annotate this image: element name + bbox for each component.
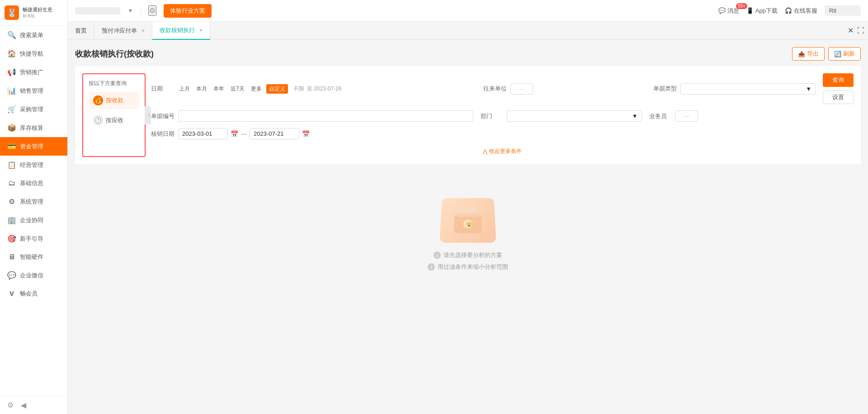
tab-close-btn[interactable]: ✕ <box>848 26 854 35</box>
tabbar: 首页 预付冲应付单 × 收款核销执行 × ✕ ⛶ <box>68 22 868 40</box>
topbar-brand <box>75 7 120 14</box>
topbar-app-download[interactable]: 📱 App下载 <box>746 7 778 15</box>
wechat-icon: 💬 <box>7 271 16 280</box>
dept-label: 部门 <box>481 112 503 120</box>
doc-type-label: 单据类型 <box>653 85 677 93</box>
staff-input[interactable]: ··· <box>675 110 698 122</box>
sidebar-item-operation[interactable]: 📋 经营管理 <box>0 156 67 174</box>
sidebar-item-collab[interactable]: 🏢 企业协同 <box>0 211 67 229</box>
date-btn-this-month[interactable]: 本月 <box>194 84 209 94</box>
sidebar-item-marketing[interactable]: 📢 营销推广 <box>0 63 67 81</box>
topbar-gear-btn[interactable]: ⚙ <box>148 5 156 16</box>
doc-type-select[interactable]: ▼ <box>680 83 816 95</box>
tab-close-collection[interactable]: × <box>199 27 203 33</box>
tab-close-prepay[interactable]: × <box>142 28 145 34</box>
operation-icon: 📋 <box>7 161 16 169</box>
home-icon: 🏠 <box>7 49 16 58</box>
filter-group-doc-type: 单据类型 ▼ <box>653 83 816 95</box>
collab-icon: 🏢 <box>7 216 16 224</box>
collapse-more-icon: ⋀ <box>483 148 487 155</box>
staff-label: 业务员 <box>649 112 672 120</box>
sidebar-item-finance[interactable]: 💳 资金管理 <box>0 137 67 156</box>
filter-panel-collapse-btn[interactable]: 《 <box>145 106 151 124</box>
cancel-date-end-icon[interactable]: 📅 <box>302 130 310 138</box>
tab-home[interactable]: 首页 <box>68 22 94 39</box>
dept-select[interactable]: ▼ <box>507 110 642 122</box>
tab-prepay[interactable]: 预付冲应付单 × <box>94 22 152 39</box>
topbar-user[interactable]: Rit <box>825 5 861 16</box>
inventory-icon: 📦 <box>7 124 16 132</box>
refresh-icon: 🔄 <box>834 51 841 57</box>
sales-icon: 📊 <box>7 86 16 95</box>
filter-row-3: 核销日期 📅 — 📅 <box>151 128 854 139</box>
filter-group-date: 日期 上月 本月 本年 近7天 更多 自定义 不限 至 2023-07-26 <box>151 84 476 94</box>
sidebar-logo: 🐰 畅捷通好生意 标准版 <box>0 0 67 26</box>
member-icon: V <box>7 290 16 297</box>
setting-btn[interactable]: 设置 <box>823 90 854 104</box>
filter-option-collection[interactable]: 💰 按收款 <box>89 92 139 109</box>
filter-row-1: 日期 上月 本月 本年 近7天 更多 自定义 不限 至 2023-07-26 <box>151 73 854 104</box>
collection-option-icon: 💰 <box>93 95 103 105</box>
query-btn[interactable]: 查询 <box>823 73 854 87</box>
filter-group-staff: 业务员 ··· <box>649 110 811 122</box>
cancel-date-start-icon[interactable]: 📅 <box>231 130 238 138</box>
page-title: 收款核销执行(按收款) <box>75 48 154 59</box>
filter-panel-title: 按以下方案查询 <box>89 80 139 87</box>
collapse-sidebar-icon[interactable]: ◀ <box>21 401 26 409</box>
cancel-date-range: 📅 — 📅 <box>178 128 310 139</box>
sidebar-item-basic[interactable]: 🗂 基础信息 <box>0 174 67 192</box>
date-btn-last-month[interactable]: 上月 <box>177 84 192 94</box>
sidebar-item-member[interactable]: V 畅会员 <box>0 285 67 303</box>
topbar-online-service[interactable]: 🎧 在线客服 <box>785 7 817 15</box>
solution-btn[interactable]: 体验行业方案 <box>164 4 212 18</box>
service-icon: 🎧 <box>785 7 792 14</box>
unit-label: 往来单位 <box>483 85 507 93</box>
date-btn-custom[interactable]: 自定义 <box>266 84 288 94</box>
filter-group-cancel-date: 核销日期 📅 — 📅 <box>151 128 473 139</box>
sidebar-item-search[interactable]: 🔍 搜索菜单 <box>0 26 67 44</box>
system-icon: ⚙ <box>7 197 16 206</box>
topbar-divider <box>141 6 141 15</box>
filter-action-btns: 查询 设置 <box>823 73 854 104</box>
sidebar-item-nav[interactable]: 🏠 快捷导航 <box>0 44 67 63</box>
empty-hint-2: 2 用过滤条件来缩小分析范围 <box>428 263 508 271</box>
page-content: 收款核销执行(按收款) 📤 导出 🔄 刷新 按以下方案查询 💰 按收款 <box>68 40 868 414</box>
sidebar-item-sales[interactable]: 📊 销售管理 <box>0 81 67 100</box>
filter-fields: 日期 上月 本月 本年 近7天 更多 自定义 不限 至 2023-07-26 <box>151 73 854 157</box>
date-shortcuts: 上月 本月 本年 近7天 更多 自定义 不限 至 2023-07-26 <box>177 84 341 94</box>
sidebar-item-guide[interactable]: 🎯 新手引导 <box>0 229 67 248</box>
cancel-date-start[interactable] <box>178 128 228 139</box>
sidebar-item-wechat[interactable]: 💬 企业微信 <box>0 266 67 285</box>
date-label: 日期 <box>151 85 174 93</box>
date-no-limit: 不限 <box>293 85 304 93</box>
logo-text: 畅捷通好生意 标准版 <box>23 6 52 19</box>
filter-option-receivable[interactable]: 🕐 按应收 <box>89 112 139 129</box>
date-to-text: 至 2023-07-26 <box>307 85 342 93</box>
sidebar-item-purchase[interactable]: 🛒 采购管理 <box>0 100 67 119</box>
guide-icon: 🎯 <box>7 234 16 243</box>
collapse-more-btn[interactable]: ⋀ 收起更多条件 <box>151 146 854 157</box>
svg-rect-2 <box>459 207 476 212</box>
date-btn-more[interactable]: 更多 <box>249 84 264 94</box>
refresh-btn[interactable]: 🔄 刷新 <box>828 47 861 61</box>
topbar-chevron-icon[interactable]: ▼ <box>127 7 133 14</box>
sidebar-item-inventory[interactable]: 📦 库存核算 <box>0 119 67 137</box>
date-btn-7days[interactable]: 近7天 <box>229 84 246 94</box>
filter-group-dept: 部门 ▼ <box>481 110 642 122</box>
date-btn-this-year[interactable]: 本年 <box>212 84 226 94</box>
export-btn[interactable]: 📤 导出 <box>792 47 825 61</box>
sidebar-nav: 🔍 搜索菜单 🏠 快捷导航 📢 营销推广 📊 销售管理 🛒 采购管理 📦 库存核… <box>0 26 67 396</box>
doc-no-input[interactable] <box>178 110 473 122</box>
page-header: 收款核销执行(按收款) 📤 导出 🔄 刷新 <box>75 47 861 61</box>
sidebar-item-system[interactable]: ⚙ 系统管理 <box>0 192 67 211</box>
unit-input[interactable]: ··· <box>510 83 533 95</box>
topbar-msg[interactable]: 💬 消息 99+ <box>718 7 739 15</box>
filter-group-doc-no: 单据编号 <box>151 110 473 122</box>
tab-expand-btn[interactable]: ⛶ <box>857 27 864 35</box>
sidebar-item-hardware[interactable]: 🖥 智能硬件 <box>0 248 67 266</box>
empty-svg: 😮 <box>449 202 487 238</box>
settings-footer-icon[interactable]: ⚙ <box>7 401 14 409</box>
cancel-date-end[interactable] <box>250 128 299 139</box>
topbar: ▼ ⚙ 体验行业方案 💬 消息 99+ 📱 App下载 🎧 在线客服 Rit <box>68 0 868 22</box>
tab-collection[interactable]: 收款核销执行 × <box>152 22 210 40</box>
